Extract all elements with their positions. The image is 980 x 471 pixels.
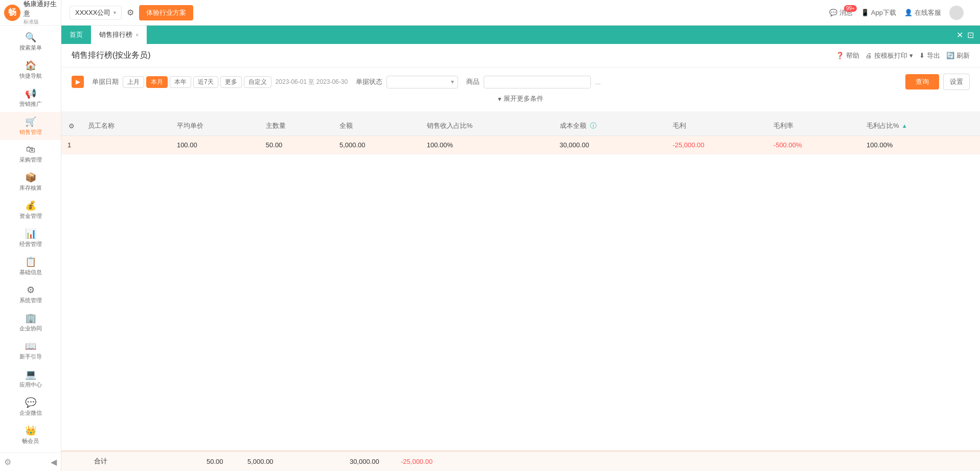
date-range-display: 2023-06-01 至 2023-06-30 <box>276 78 348 86</box>
main-area: XXXXX公司 ▾ ⚙ 体验行业方案 💬 消息 99+ 📱 App下载 👤 在线… <box>61 0 980 471</box>
status-select-wrapper <box>386 76 458 88</box>
app-download-button[interactable]: 📱 App下载 <box>861 8 896 17</box>
operations-icon: 📊 <box>25 228 36 239</box>
date-buttons: 上月 本月 本年 近7天 更多 自定义 <box>123 76 271 88</box>
tab-sales-ranking[interactable]: 销售排行榜 × <box>91 26 147 44</box>
cost-info-icon[interactable]: ⓘ <box>590 122 597 129</box>
sidebar-item-marketing[interactable]: 📢 营销推广 <box>0 84 61 112</box>
date-current-month-btn[interactable]: 本月 <box>146 76 168 88</box>
sidebar-item-inventory[interactable]: 📦 库存核算 <box>0 168 61 196</box>
sidebar-item-search[interactable]: 🔍 搜索菜单 <box>0 28 61 56</box>
col-gross-pct: 毛利占比% ▴ <box>860 116 980 136</box>
tabbar: 首页 销售排行榜 × ✕ ⊡ <box>61 26 980 44</box>
company-name: XXXXX公司 <box>75 8 110 17</box>
date-7days-btn[interactable]: 近7天 <box>193 76 218 88</box>
filter-collapse-btn[interactable]: ▶ <box>72 76 84 88</box>
date-more-btn[interactable]: 更多 <box>220 76 242 88</box>
notification-badge: 99+ <box>844 5 857 12</box>
company-selector[interactable]: XXXXX公司 ▾ <box>70 6 122 20</box>
sidebar-item-finance[interactable]: 💰 资金管理 <box>0 196 61 224</box>
status-select[interactable] <box>386 76 458 88</box>
sidebar-item-wechat[interactable]: 💬 企业微信 <box>0 393 61 421</box>
settings-bottom-icon[interactable]: ⚙ <box>4 457 11 467</box>
sidebar-item-guide[interactable]: 📖 新手引导 <box>0 337 61 365</box>
export-button[interactable]: ⬇ 导出 <box>919 51 940 60</box>
member-icon: 👑 <box>25 425 36 436</box>
topbar-settings-icon[interactable]: ⚙ <box>127 8 134 17</box>
col-gross-rate: 毛利率 <box>767 116 860 136</box>
filter-settings-button[interactable]: 设置 <box>943 74 970 90</box>
template-print-button[interactable]: 🖨 按模板打印 ▾ <box>865 51 913 60</box>
company-dropdown-arrow: ▾ <box>113 10 116 15</box>
table-row: 1 100.00 50.00 5,000.00 100.00% 30,000.0… <box>61 136 980 154</box>
sidebar-item-apps[interactable]: 💻 应用中心 <box>0 365 61 393</box>
date-this-year-btn[interactable]: 本年 <box>170 76 191 88</box>
system-icon: ⚙ <box>27 284 35 296</box>
goods-input[interactable] <box>484 76 591 88</box>
col-sales-pct: 销售收入占比% <box>421 116 554 136</box>
date-filter: 单据日期 上月 本月 本年 近7天 更多 自定义 2023-06-01 至 20… <box>92 76 348 88</box>
tab-close-icon[interactable]: × <box>135 32 139 38</box>
sidebar-item-quick-nav[interactable]: 🏠 快捷导航 <box>0 56 61 84</box>
gross-pct-info-icon[interactable]: ▴ <box>903 122 906 129</box>
goods-more-icon[interactable]: ... <box>595 78 601 86</box>
sidebar: 畅 畅康通好生意 标准版 🔍 搜索菜单 🏠 快捷导航 📢 营销推广 🛒 销售管理… <box>0 0 61 471</box>
sidebar-item-member[interactable]: 👑 畅会员 <box>0 421 61 449</box>
col-settings: ⚙ <box>61 116 82 136</box>
goods-filter: 商品 ... <box>466 76 601 88</box>
col-quantity: 主数量 <box>260 116 333 136</box>
sidebar-bottom: ⚙ ◀ <box>0 453 61 471</box>
cell-name <box>82 136 171 154</box>
online-service-button[interactable]: 👤 在线客服 <box>904 8 941 17</box>
download-icon: 📱 <box>861 9 869 16</box>
collapse-sidebar-icon[interactable]: ◀ <box>51 457 57 467</box>
cell-gross-rate: -500.00% <box>767 136 860 154</box>
page-actions: ❓ 帮助 🖨 按模板打印 ▾ ⬇ 导出 🔄 刷新 <box>836 51 970 60</box>
column-settings-icon[interactable]: ⚙ <box>69 122 75 130</box>
guide-icon: 📖 <box>25 341 36 352</box>
tab-minimize-icon[interactable]: ✕ <box>956 30 963 40</box>
help-button[interactable]: ❓ 帮助 <box>836 51 859 60</box>
col-avg-price: 平均单价 <box>171 116 260 136</box>
footer-cost: 30,000.00 <box>344 458 395 465</box>
col-cost: 成本全额 ⓘ <box>554 116 667 136</box>
table-footer: 合计 50.00 5,000.00 30,000.00 -25,000.00 <box>61 451 980 471</box>
cell-gross-pct: 100.00% <box>860 136 980 154</box>
help-icon: ❓ <box>836 52 844 59</box>
cell-gross: -25,000.00 <box>667 136 767 154</box>
sidebar-item-enterprise[interactable]: 🏢 企业协同 <box>0 308 61 337</box>
sales-icon: 🛒 <box>25 116 36 127</box>
finance-icon: 💰 <box>25 200 36 211</box>
logo-text: 畅康通好生意 标准版 <box>24 0 57 26</box>
tab-home[interactable]: 首页 <box>61 26 91 44</box>
avatar[interactable] <box>949 6 964 20</box>
sidebar-item-sales[interactable]: 🛒 销售管理 <box>0 112 61 140</box>
filter-collapse-icon: ▶ <box>76 78 80 85</box>
topbar: XXXXX公司 ▾ ⚙ 体验行业方案 💬 消息 99+ 📱 App下载 👤 在线… <box>61 0 980 26</box>
notifications-button[interactable]: 💬 消息 99+ <box>829 8 853 17</box>
sidebar-item-system[interactable]: ⚙ 系统管理 <box>0 280 61 308</box>
sidebar-item-basic[interactable]: 📋 基础信息 <box>0 252 61 280</box>
date-prev-month-btn[interactable]: 上月 <box>123 76 144 88</box>
date-custom-btn[interactable]: 自定义 <box>244 76 271 88</box>
sidebar-item-purchase[interactable]: 🛍 采购管理 <box>0 140 61 168</box>
service-icon: 👤 <box>904 9 913 16</box>
sidebar-logo: 畅 畅康通好生意 标准版 <box>0 0 61 26</box>
enterprise-icon: 🏢 <box>25 312 36 324</box>
sidebar-item-operations[interactable]: 📊 经营管理 <box>0 224 61 252</box>
expand-more-btn[interactable]: ▾ 展开更多条件 <box>72 90 970 105</box>
footer-amount: 5,000.00 <box>241 458 292 465</box>
expand-more-icon: ▾ <box>498 95 502 103</box>
tab-expand-icon[interactable]: ⊡ <box>967 30 974 40</box>
query-button[interactable]: 查询 <box>905 74 939 89</box>
page-header: 销售排行榜(按业务员) ❓ 帮助 🖨 按模板打印 ▾ ⬇ 导出 🔄 刷新 <box>61 44 980 68</box>
topbar-right: 💬 消息 99+ 📱 App下载 👤 在线客服 <box>829 6 972 20</box>
cell-sales-pct: 100.00% <box>421 136 554 154</box>
cell-amount: 5,000.00 <box>333 136 421 154</box>
trial-button[interactable]: 体验行业方案 <box>139 5 193 20</box>
basic-icon: 📋 <box>25 256 36 267</box>
table-header-row: ⚙ 员工名称 平均单价 主数量 全额 销售收入占比% 成本全额 ⓘ 毛利 毛利率 <box>61 116 980 136</box>
refresh-button[interactable]: 🔄 刷新 <box>946 51 970 60</box>
footer-gross: -25,000.00 <box>395 458 446 465</box>
data-table-container: ⚙ 员工名称 平均单价 主数量 全额 销售收入占比% 成本全额 ⓘ 毛利 毛利率 <box>61 116 980 451</box>
